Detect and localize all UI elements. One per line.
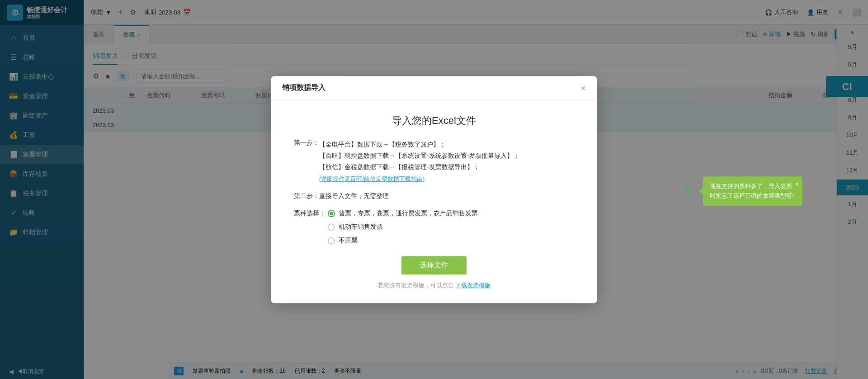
radio-circle-1 [328, 210, 335, 217]
step-2: 第二步： 直接导入文件，无需整理 [294, 192, 574, 200]
step1-link-row: (详细操作见百旺/航信发票数据下载指南) [319, 175, 519, 183]
tooltip-dot [685, 189, 690, 194]
step1-content: 【全电平台】数据下载→【税务数字账户】； 【百旺】税控盘数据下载→【系统设置-系… [319, 139, 519, 183]
modal-body: 导入您的Excel文件 第一步： 【全电平台】数据下载→【税务数字账户】； 【百… [271, 100, 597, 303]
step-1: 第一步： 【全电平台】数据下载→【税务数字账户】； 【百旺】税控盘数据下载→【系… [294, 139, 574, 183]
step1-row: 第一步： 【全电平台】数据下载→【税务数字账户】； 【百旺】税控盘数据下载→【系… [294, 139, 574, 183]
tooltip-text: 现在支持的票种多了，导入发票时别忘了选择正确的发票类型呀! [710, 183, 794, 199]
radio-option-1[interactable]: 普票，专票，卷票，通行费发票，农产品销售发票 [328, 209, 478, 218]
import-modal: 销项数据导入 × 导入您的Excel文件 第一步： 【全电平台】数据下载→【税务… [271, 76, 597, 303]
tooltip-close-button[interactable]: × [795, 179, 799, 189]
step1-guide-link[interactable]: (详细操作见百旺/航信发票数据下载指南) [319, 175, 425, 182]
step2-row: 第二步： 直接导入文件，无需整理 [294, 192, 574, 200]
modal-title: 销项数据导入 [282, 83, 326, 93]
radio-circle-3 [328, 237, 335, 244]
step1-line1: 【全电平台】数据下载→【税务数字账户】； [319, 139, 519, 150]
step1-label: 第一步： [294, 139, 319, 183]
step1-line2: 【百旺】税控盘数据下载→【系统设置-系统参数设置-发票批量导入】； [319, 150, 519, 161]
step2-content: 直接导入文件，无需整理 [319, 192, 389, 200]
radio-dot-1 [330, 212, 333, 215]
modal-close-button[interactable]: × [580, 84, 586, 93]
tooltip-bubble: × 现在支持的票种多了，导入发票时别忘了选择正确的发票类型呀! [703, 176, 802, 206]
radio-row: 票种选择： 普票，专票，卷票，通行费发票，农产品销售发票 机动车销售发票 不开票 [294, 209, 574, 245]
ticket-type-radio-group: 普票，专票，卷票，通行费发票，农产品销售发票 机动车销售发票 不开票 [328, 209, 478, 245]
radio-circle-2 [328, 223, 335, 231]
download-template-link[interactable]: 下载发票模版 [455, 282, 491, 289]
step1-line3: 【航信】金税盘数据下载→【报税管理-发票数据导出】； [319, 162, 519, 173]
modal-header: 销项数据导入 × [271, 76, 597, 100]
radio-label: 票种选择： [294, 209, 328, 245]
radio-option-3[interactable]: 不开票 [328, 237, 478, 245]
modal-footer: 若您没有发票模版，可以点击 下载发票模版 [294, 281, 574, 289]
modal-main-title: 导入您的Excel文件 [294, 114, 574, 128]
radio-option-2[interactable]: 机动车销售发票 [328, 223, 478, 231]
select-file-button[interactable]: 选择文件 [401, 256, 467, 275]
step2-label: 第二步： [294, 192, 319, 200]
